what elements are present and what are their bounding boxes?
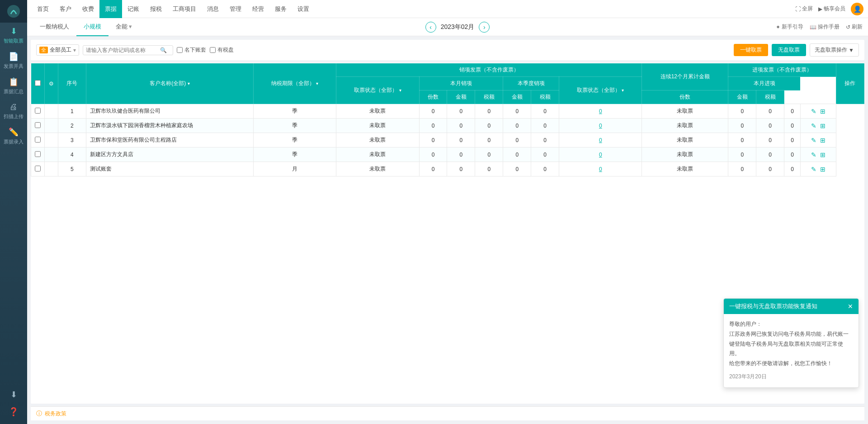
prev-month-btn[interactable]: ‹ xyxy=(425,22,436,33)
row-action-cell-left xyxy=(45,119,58,133)
logo xyxy=(0,0,27,23)
edit-icon[interactable]: ✎ xyxy=(811,137,816,144)
row-action-cell-left xyxy=(45,133,58,148)
row-tax-period: 季 xyxy=(253,104,336,119)
view-icon[interactable]: ⊞ xyxy=(820,137,826,144)
row-fetch-status2: 未取票 xyxy=(642,119,728,133)
nav-tax[interactable]: 报税 xyxy=(145,0,167,18)
th-action: 操作 xyxy=(836,63,864,104)
sidebar-item-scan-upload[interactable]: 🖨 扫描上传 xyxy=(0,99,27,124)
nav-service[interactable]: 服务 xyxy=(269,0,292,18)
row-month-in-tax: 0 xyxy=(784,133,801,148)
row-checkbox-cell[interactable] xyxy=(31,162,45,176)
row-quarter-sales-tax: 0 xyxy=(531,119,559,133)
nav-business[interactable]: 工商项目 xyxy=(167,0,202,18)
edit-icon[interactable]: ✎ xyxy=(811,166,816,173)
my-account-filter[interactable]: 名下账套 xyxy=(177,46,206,54)
nav-bookkeeping[interactable]: 记账 xyxy=(122,0,145,18)
refresh-btn[interactable]: ↺ 刷新 xyxy=(846,23,863,31)
row-tax-period: 季 xyxy=(253,119,336,133)
nav-operation[interactable]: 经营 xyxy=(247,0,269,18)
next-month-btn[interactable]: › xyxy=(479,22,490,33)
no-disk-fetch-btn[interactable]: 无盘取票 xyxy=(772,44,806,56)
edit-icon[interactable]: ✎ xyxy=(811,108,816,115)
view-icon[interactable]: ⊞ xyxy=(820,122,826,129)
row-checkbox-cell[interactable] xyxy=(31,104,45,119)
user-avatar[interactable]: 👤 xyxy=(851,3,863,15)
row-month-in-tax: 0 xyxy=(784,148,801,162)
manual-btn[interactable]: 📖 操作手册 xyxy=(810,23,840,31)
nav-billing[interactable]: 收费 xyxy=(77,0,99,18)
tax-policy-link[interactable]: 税务政策 xyxy=(45,410,66,418)
search-wrap[interactable]: 🔍 xyxy=(83,45,173,55)
row-fetch-status1: 未取票 xyxy=(336,162,419,176)
th-tax-period[interactable]: 纳税期限（全部） ▾ xyxy=(253,63,336,104)
nav-manage[interactable]: 管理 xyxy=(224,0,247,18)
help-icon: ❓ xyxy=(9,407,19,417)
sidebar-item-issue-invoice[interactable]: 📄 发票开具 xyxy=(0,48,27,73)
row-checkbox[interactable] xyxy=(35,108,41,114)
row-checkbox-cell[interactable] xyxy=(31,133,45,148)
row-checkbox[interactable] xyxy=(35,151,41,157)
notification-line2: 江苏政务网已恢复访问电子税务局功能，易代账一键登陆电子税务局与无盘取票相关功能可… xyxy=(729,329,853,359)
row-month-in-count: 0 xyxy=(728,133,756,148)
notification-close-btn[interactable]: ✕ xyxy=(848,303,853,310)
search-input[interactable] xyxy=(86,47,158,53)
view-icon[interactable]: ⊞ xyxy=(820,166,826,173)
sidebar-item-download[interactable]: ⬇ xyxy=(0,387,27,402)
row-checkbox[interactable] xyxy=(35,166,41,172)
sidebar-item-invoice-summary[interactable]: 📋 票据汇总 xyxy=(0,73,27,99)
my-account-checkbox[interactable] xyxy=(177,47,183,53)
sidebar-bottom: ⬇ ❓ xyxy=(0,387,27,424)
th-fetch-status2[interactable]: 取票状态（全部） ▾ xyxy=(559,77,642,104)
notification-line1: 尊敬的用户： xyxy=(729,319,853,329)
th-fetch-status1[interactable]: 取票状态（全部） ▾ xyxy=(336,77,419,104)
row-actions: ✎ ⊞ xyxy=(800,119,836,133)
th-settings: ⚙ xyxy=(45,63,58,104)
issue-icon: 📄 xyxy=(9,52,19,62)
sidebar-item-smart-fetch[interactable]: ⬇ 智能取票 xyxy=(0,23,27,48)
row-tax-period: 季 xyxy=(253,148,336,162)
tab-all[interactable]: 全能 ▾ xyxy=(108,18,139,36)
row-tax-period: 月 xyxy=(253,162,336,176)
view-icon[interactable]: ⊞ xyxy=(820,151,826,158)
row-actions: ✎ ⊞ xyxy=(800,148,836,162)
tax-disk-filter[interactable]: 有税盘 xyxy=(210,46,234,54)
fullscreen-btn[interactable]: ⛶ 全屏 xyxy=(795,5,813,13)
one-click-fetch-btn[interactable]: 一键取票 xyxy=(734,44,768,56)
row-fetch-status1: 未取票 xyxy=(336,119,419,133)
tab-small[interactable]: 小规模 xyxy=(76,18,108,36)
row-checkbox[interactable] xyxy=(35,137,41,143)
no-disk-ops-btn[interactable]: 无盘取票操作 ▼ xyxy=(810,43,859,57)
chevron-down-icon: ▾ xyxy=(129,23,132,30)
edit-icon[interactable]: ✎ xyxy=(811,151,816,158)
select-all-checkbox[interactable] xyxy=(35,80,41,86)
row-checkbox[interactable] xyxy=(35,122,41,128)
nav-settings[interactable]: 设置 xyxy=(292,0,315,18)
fetch-status2-filter-icon: ▾ xyxy=(622,88,624,93)
summary-icon: 📋 xyxy=(9,77,19,87)
settings-icon[interactable]: ⚙ xyxy=(49,81,54,87)
top-navigation: 首页 客户 收费 票据 记账 报税 工商项目 消息 管理 经营 服务 设置 ⛶ … xyxy=(27,0,868,18)
th-cumulative: 连续12个月累计金额 xyxy=(642,63,728,91)
sidebar-item-help[interactable]: ❓ xyxy=(0,404,27,419)
info-icon: ⓘ xyxy=(36,410,42,418)
row-month-sales-amount: 0 xyxy=(447,104,475,119)
nav-home[interactable]: 首页 xyxy=(32,0,54,18)
view-icon[interactable]: ⊞ xyxy=(820,108,826,115)
tab-general[interactable]: 一般纳税人 xyxy=(33,18,76,36)
edit-icon[interactable]: ✎ xyxy=(811,122,816,129)
employee-filter[interactable]: 全 全部员工 ▾ xyxy=(36,44,79,56)
vip-btn[interactable]: ▶ 畅享会员 xyxy=(818,5,845,13)
nav-message[interactable]: 消息 xyxy=(202,0,224,18)
toolbar-right: 一键取票 无盘取票 无盘取票操作 ▼ xyxy=(734,43,859,57)
notification-popup: 一键报税与无盘取票功能恢复通知 ✕ 尊敬的用户： 江苏政务网已恢复访问电子税务局… xyxy=(723,298,859,388)
row-checkbox-cell[interactable] xyxy=(31,119,45,133)
new-guide-btn[interactable]: ✦ 新手引导 xyxy=(776,23,803,31)
nav-customer[interactable]: 客户 xyxy=(54,0,77,18)
sidebar-item-invoice-entry[interactable]: ✏️ 票据录入 xyxy=(0,124,27,149)
nav-invoice[interactable]: 票据 xyxy=(99,0,122,18)
th-customer[interactable]: 客户名称(全部) ▾ xyxy=(86,63,253,104)
row-checkbox-cell[interactable] xyxy=(31,148,45,162)
tax-disk-checkbox[interactable] xyxy=(210,47,216,53)
